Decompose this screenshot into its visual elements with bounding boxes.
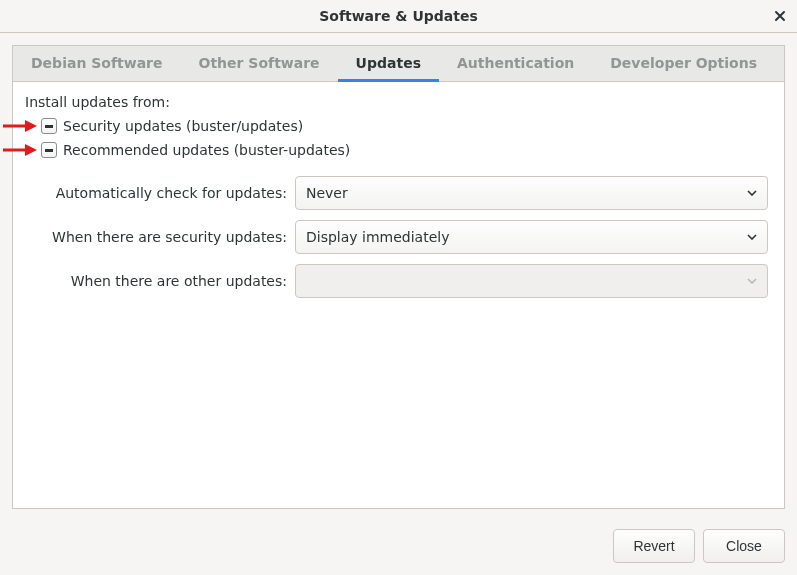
recommended-updates-checkbox[interactable] <box>41 142 57 158</box>
tab-other-software[interactable]: Other Software <box>181 46 338 82</box>
other-updates-label: When there are other updates: <box>23 273 295 289</box>
source-label: Recommended updates (buster-updates) <box>63 142 350 158</box>
chevron-down-icon <box>747 190 757 196</box>
tab-label: Updates <box>356 55 421 71</box>
chevron-down-icon <box>747 234 757 240</box>
combo-value: Never <box>306 185 348 201</box>
window-title: Software & Updates <box>319 8 478 24</box>
auto-check-combo[interactable]: Never <box>295 176 768 210</box>
tab-developer-options[interactable]: Developer Options <box>592 46 775 82</box>
source-row-recommended: Recommended updates (buster-updates) <box>41 142 774 158</box>
other-updates-combo <box>295 264 768 298</box>
close-button[interactable]: Close <box>703 529 785 563</box>
svg-marker-1 <box>25 120 37 132</box>
close-icon[interactable] <box>771 7 789 25</box>
main-panel: Debian Software Other Software Updates A… <box>12 45 785 509</box>
tab-label: Developer Options <box>610 55 757 71</box>
source-row-security: Security updates (buster/updates) <box>41 118 774 134</box>
tab-label: Debian Software <box>31 55 163 71</box>
updates-page: Install updates from: Security updates (… <box>13 82 784 508</box>
annotation-arrow-icon <box>3 119 37 133</box>
annotation-arrow-icon <box>3 143 37 157</box>
combo-value: Display immediately <box>306 229 449 245</box>
auto-check-label: Automatically check for updates: <box>23 185 295 201</box>
revert-button[interactable]: Revert <box>613 529 695 563</box>
tab-label: Other Software <box>199 55 320 71</box>
titlebar: Software & Updates <box>0 0 797 33</box>
tab-label: Authentication <box>457 55 574 71</box>
dialog-footer: Revert Close <box>0 521 797 575</box>
security-updates-checkbox[interactable] <box>41 118 57 134</box>
svg-marker-3 <box>25 144 37 156</box>
tab-bar: Debian Software Other Software Updates A… <box>13 46 784 82</box>
tab-debian-software[interactable]: Debian Software <box>13 46 181 82</box>
install-from-label: Install updates from: <box>25 94 774 110</box>
tab-authentication[interactable]: Authentication <box>439 46 592 82</box>
source-label: Security updates (buster/updates) <box>63 118 303 134</box>
security-updates-label: When there are security updates: <box>23 229 295 245</box>
security-updates-combo[interactable]: Display immediately <box>295 220 768 254</box>
tab-updates[interactable]: Updates <box>338 46 439 82</box>
chevron-down-icon <box>747 278 757 284</box>
